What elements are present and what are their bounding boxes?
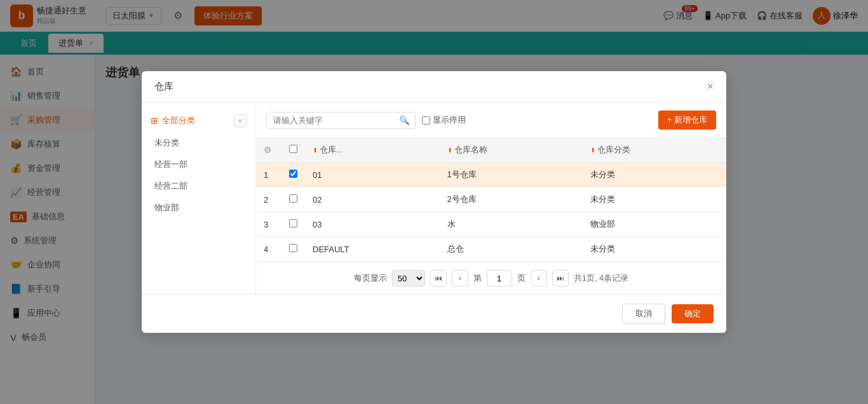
table-row[interactable]: 1 01 1号仓库 未分类: [256, 163, 726, 187]
show-disabled-label: 显示停用: [422, 114, 466, 126]
row-checkbox[interactable]: [289, 170, 297, 178]
per-page-select[interactable]: 50 10 20 100: [392, 270, 425, 286]
row-code: 01: [305, 163, 440, 187]
row-num: 4: [256, 237, 281, 262]
row-code: 03: [305, 212, 440, 237]
modal-header: 仓库 ×: [142, 71, 726, 103]
page-prev-button[interactable]: ‹: [452, 270, 468, 286]
category-all-label: 全部分类: [162, 115, 195, 126]
warehouse-modal: 仓库 × ⊞ 全部分类 « 未分类 经营一部 经营二部 物业部: [142, 71, 726, 333]
row-name: 水: [440, 212, 583, 237]
category-item-dept2[interactable]: 经营二部: [142, 175, 255, 197]
table-row[interactable]: 2 02 2号仓库 未分类: [256, 187, 726, 212]
warehouse-table: ⚙ ⬆仓库... ⬆仓库名称 ⬆仓库分类 1 01 1号仓库 未分类 2: [256, 138, 726, 262]
select-all-checkbox[interactable]: [289, 145, 297, 153]
modal-title: 仓库: [154, 81, 173, 93]
row-category: 未分类: [583, 163, 726, 187]
confirm-button[interactable]: 确定: [672, 304, 714, 323]
category-item-dept1[interactable]: 经营一部: [142, 154, 255, 175]
collapse-button[interactable]: «: [234, 114, 247, 127]
category-panel: ⊞ 全部分类 « 未分类 经营一部 经营二部 物业部: [142, 103, 256, 294]
sort-icon: ⬆: [313, 147, 318, 154]
row-category: 物业部: [583, 212, 726, 237]
modal-overlay: 仓库 × ⊞ 全部分类 « 未分类 经营一部 经营二部 物业部: [0, 0, 868, 404]
row-checkbox[interactable]: [289, 244, 297, 252]
row-category: 未分类: [583, 237, 726, 262]
col-name: ⬆仓库名称: [440, 138, 583, 163]
modal-footer: 取消 确定: [142, 294, 726, 333]
table-row[interactable]: 3 03 水 物业部: [256, 212, 726, 237]
gear-icon: ⚙: [264, 145, 272, 155]
cancel-button[interactable]: 取消: [622, 304, 665, 324]
col-category: ⬆仓库分类: [583, 138, 726, 163]
page-first-button[interactable]: ⏮: [430, 270, 447, 286]
table-toolbar: 🔍 显示停用 + 新增仓库: [256, 103, 726, 138]
sort-icon-cat: ⬆: [590, 147, 595, 154]
page-label: 第: [473, 273, 482, 284]
row-name: 2号仓库: [440, 187, 583, 212]
row-category: 未分类: [583, 187, 726, 212]
row-checkbox[interactable]: [289, 194, 297, 203]
col-gear: ⚙: [256, 138, 281, 163]
modal-close-icon[interactable]: ×: [707, 80, 714, 93]
page-last-button[interactable]: ⏭: [552, 270, 569, 286]
table-row[interactable]: 4 DEFAULT 总仓 未分类: [256, 237, 726, 262]
search-box: 🔍: [266, 112, 416, 129]
search-input[interactable]: [267, 112, 394, 128]
row-code: 02: [305, 187, 440, 212]
page-unit: 页: [517, 273, 526, 284]
category-grid-icon: ⊞: [151, 116, 158, 126]
row-num: 3: [256, 212, 281, 237]
modal-body: ⊞ 全部分类 « 未分类 经营一部 经营二部 物业部 🔍: [142, 103, 726, 294]
per-page-label: 每页显示: [354, 273, 387, 284]
row-num: 1: [256, 163, 281, 187]
row-checkbox[interactable]: [289, 219, 297, 227]
row-code: DEFAULT: [305, 237, 440, 262]
search-button[interactable]: 🔍: [394, 112, 415, 128]
page-input[interactable]: [487, 270, 512, 286]
category-item-unclassified[interactable]: 未分类: [142, 132, 255, 154]
col-code: ⬆仓库...: [305, 138, 440, 163]
col-check: [281, 138, 305, 163]
row-num: 2: [256, 187, 281, 212]
table-panel: 🔍 显示停用 + 新增仓库 ⚙: [256, 103, 726, 294]
add-warehouse-button[interactable]: + 新增仓库: [658, 111, 716, 130]
show-disabled-checkbox[interactable]: [422, 116, 430, 125]
category-header[interactable]: ⊞ 全部分类 «: [142, 109, 255, 132]
row-name: 1号仓库: [440, 163, 583, 187]
category-item-property[interactable]: 物业部: [142, 197, 255, 219]
sort-icon-name: ⬆: [447, 147, 452, 154]
total-info: 共1页, 4条记录: [574, 273, 629, 284]
row-name: 总仓: [440, 237, 583, 262]
pagination: 每页显示 50 10 20 100 ⏮ ‹ 第 页 › ⏭ 共1页, 4条记录: [256, 262, 726, 294]
page-next-button[interactable]: ›: [531, 270, 547, 286]
